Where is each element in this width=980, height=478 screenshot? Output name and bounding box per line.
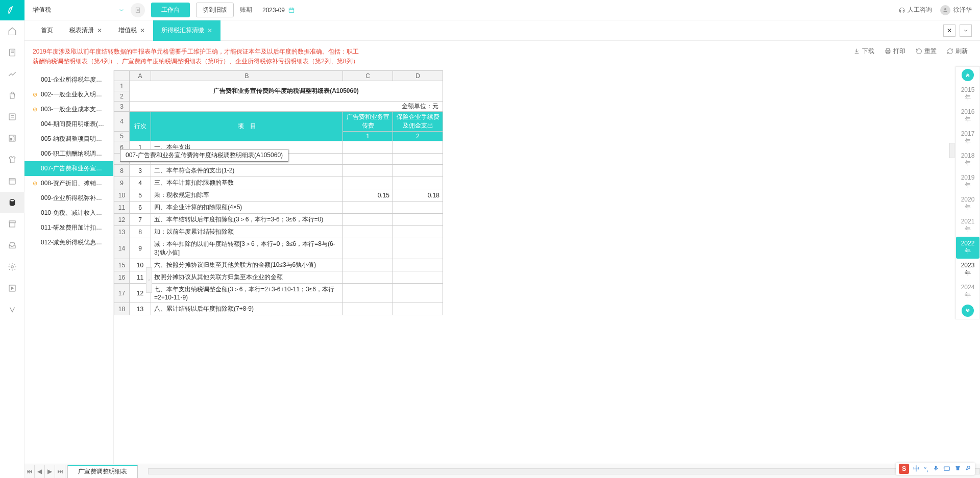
- cell-item[interactable]: 二、本年符合条件的支出(1-2): [151, 165, 343, 177]
- row-header[interactable]: 13: [114, 226, 130, 238]
- year-up-button[interactable]: [962, 69, 974, 81]
- tax-type-dropdown[interactable]: 增值税: [33, 6, 125, 14]
- year-item[interactable]: 2024年: [956, 281, 979, 303]
- collapse-handle[interactable]: [146, 267, 152, 293]
- sheet-nav-prev[interactable]: ◀: [35, 465, 45, 478]
- cell-rowno[interactable]: 3: [130, 165, 151, 177]
- year-item[interactable]: 2018年: [956, 149, 979, 171]
- spreadsheet[interactable]: ABCD1广告费和业务宣传费跨年度纳税调整明细表(A105060)23金额单位：…: [114, 70, 980, 464]
- year-item[interactable]: 2023年: [956, 259, 979, 281]
- cell-value-c[interactable]: [343, 141, 393, 154]
- cell-item[interactable]: 六、按照分摊协议归集至其他关联方的金额(10≤3与6孰小值): [151, 259, 343, 271]
- cell-value-c[interactable]: [343, 271, 393, 284]
- cell-value-c[interactable]: [343, 165, 393, 177]
- ime-skin-icon[interactable]: [954, 465, 961, 473]
- cell-value-c[interactable]: [343, 238, 393, 259]
- ime-punct-icon[interactable]: °,: [924, 465, 928, 473]
- switch-old-button[interactable]: 切到旧版: [196, 3, 234, 17]
- cell-value-d[interactable]: [393, 238, 443, 259]
- cell-rowno[interactable]: 5: [130, 189, 151, 202]
- nav-archive-icon[interactable]: [0, 213, 24, 235]
- cell-value-d[interactable]: [393, 177, 443, 189]
- ime-keyboard-icon[interactable]: [943, 465, 950, 473]
- sheet-nav-first[interactable]: ⏮: [24, 465, 35, 478]
- year-down-button[interactable]: [962, 305, 974, 317]
- tree-item[interactable]: 012-减免所得税优惠明细表(...: [24, 235, 113, 250]
- tab-首页[interactable]: 首页: [33, 20, 61, 41]
- tree-item[interactable]: ⊘008-资产折旧、摊销及纳税...: [24, 176, 113, 191]
- cell-value-c[interactable]: [343, 202, 393, 214]
- tree-item[interactable]: 004-期间费用明细表(A1040...: [24, 117, 113, 132]
- row-header[interactable]: 14: [114, 238, 130, 259]
- tree-item[interactable]: ⊘002-一般企业收入明细表(A...: [24, 87, 113, 102]
- cell-rowno[interactable]: 6: [130, 202, 151, 214]
- tree-item[interactable]: 001-企业所得税年度纳税申...: [24, 72, 113, 87]
- year-item[interactable]: 2017年: [956, 127, 979, 149]
- cell-item[interactable]: 八、累计结转以后年度扣除额(7+8-9): [151, 303, 343, 315]
- period-picker[interactable]: 2023-09: [258, 5, 299, 16]
- year-item[interactable]: 2020年: [956, 193, 979, 215]
- row-header[interactable]: 8: [114, 165, 130, 177]
- row-header[interactable]: 17: [114, 284, 130, 303]
- user-menu[interactable]: 徐泽华: [940, 5, 972, 15]
- cell-item[interactable]: 七、本年支出纳税调整金额(3＞6，本行=2+3-6+10-11；3≤6，本行=2…: [151, 284, 343, 303]
- document-icon[interactable]: [131, 3, 145, 17]
- cell-value-d[interactable]: [393, 284, 443, 303]
- cell-rowno[interactable]: 13: [130, 303, 151, 315]
- row-header[interactable]: 18: [114, 303, 130, 315]
- consult-button[interactable]: 人工咨询: [898, 6, 932, 14]
- horizontal-scrollbar[interactable]: [148, 468, 980, 474]
- nav-settings-icon[interactable]: [0, 256, 24, 278]
- tree-item[interactable]: 005-纳税调整项目明细表(A1...: [24, 132, 113, 146]
- nav-doc-icon[interactable]: [0, 42, 24, 63]
- cell-value-d[interactable]: [393, 214, 443, 226]
- col-header[interactable]: B: [151, 71, 343, 81]
- row-header[interactable]: 5: [114, 132, 130, 141]
- reset-button[interactable]: 重置: [916, 47, 937, 56]
- tab-menu-button[interactable]: [960, 24, 972, 37]
- row-header[interactable]: 16: [114, 271, 130, 284]
- tree-item[interactable]: 009-企业所得税弥补亏损明...: [24, 191, 113, 206]
- col-header[interactable]: C: [343, 71, 393, 81]
- row-header[interactable]: 9: [114, 177, 130, 189]
- cell-value-d[interactable]: [393, 141, 443, 154]
- tree-item[interactable]: 006-职工薪酬纳税调整明细...: [24, 146, 113, 161]
- cell-item[interactable]: 加：以前年度累计结转扣除额: [151, 226, 343, 238]
- cell-rowno[interactable]: 4: [130, 177, 151, 189]
- row-header[interactable]: 2: [114, 91, 130, 102]
- tab-税表清册[interactable]: 税表清册✕: [61, 20, 110, 41]
- tree-item[interactable]: 010-免税、减计收入及加计...: [24, 206, 113, 220]
- cell-item[interactable]: 按照分摊协议从其他关联方归集至本企业的金额: [151, 271, 343, 284]
- row-header[interactable]: 15: [114, 259, 130, 271]
- cell-item[interactable]: 五、本年结转以后年度扣除额(3＞6，本行=3-6；3≤6，本行=0): [151, 214, 343, 226]
- refresh-button[interactable]: 刷新: [947, 47, 968, 56]
- cell-rowno[interactable]: 7: [130, 214, 151, 226]
- cell-value-c[interactable]: [343, 177, 393, 189]
- row-header[interactable]: 10: [114, 189, 130, 202]
- nav-report-icon[interactable]: [0, 128, 24, 149]
- ime-logo-icon[interactable]: S: [899, 464, 909, 474]
- cell-value-d[interactable]: [393, 154, 443, 165]
- year-item[interactable]: 2021年: [956, 215, 979, 237]
- cell-item[interactable]: 减：本年扣除的以前年度结转额[3＞6，本行=0；3≤6，本行=8与(6-3)孰小…: [151, 238, 343, 259]
- cell-item[interactable]: 四、本企业计算的扣除限额(4×5): [151, 202, 343, 214]
- cell-value-c[interactable]: 0.15: [343, 189, 393, 202]
- workbench-button[interactable]: 工作台: [151, 3, 190, 17]
- cell-value-d[interactable]: [393, 202, 443, 214]
- cell-value-d[interactable]: [393, 271, 443, 284]
- nav-list-icon[interactable]: [0, 106, 24, 128]
- nav-home-icon[interactable]: [0, 20, 24, 42]
- sheet-nav-last[interactable]: ⏭: [55, 465, 65, 478]
- cell-value-d[interactable]: 0.18: [393, 189, 443, 202]
- tree-item[interactable]: 007-广告费和业务宣传费跨...: [24, 161, 113, 176]
- nav-bag-icon[interactable]: [0, 85, 24, 106]
- col-header[interactable]: A: [130, 71, 151, 81]
- ime-lang[interactable]: 中: [913, 464, 920, 473]
- tab-close-icon[interactable]: ✕: [207, 27, 212, 34]
- nav-inbox-icon[interactable]: [0, 235, 24, 256]
- tab-增值税[interactable]: 增值税✕: [110, 20, 153, 41]
- download-button[interactable]: 下载: [853, 47, 874, 56]
- cell-value-d[interactable]: [393, 259, 443, 271]
- ime-tool-icon[interactable]: [965, 465, 972, 473]
- row-header[interactable]: 11: [114, 202, 130, 214]
